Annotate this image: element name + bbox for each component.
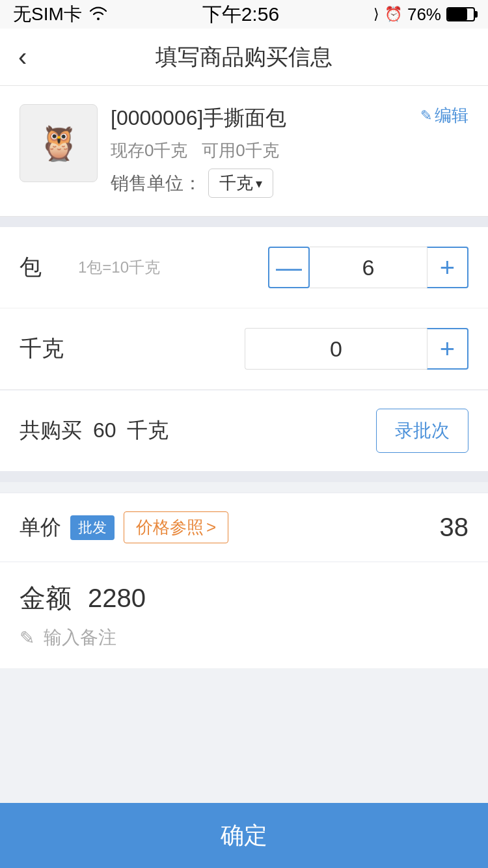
kg-row: 千克 +: [0, 308, 488, 390]
package-row: 包 1包=10千克 — +: [0, 227, 488, 308]
carrier-label: 无SIM卡: [13, 2, 82, 27]
nav-bar: ‹ 填写商品购买信息: [0, 29, 488, 86]
status-bar: 无SIM卡 下午2:56 ⟩ ⏰ 76%: [0, 0, 488, 29]
package-minus-button[interactable]: —: [268, 247, 310, 288]
package-input[interactable]: [310, 247, 427, 288]
package-label: 包: [20, 252, 72, 282]
kg-stepper: +: [245, 328, 468, 370]
total-text: 共购买 60 千克: [20, 416, 169, 445]
back-button[interactable]: ‹: [18, 42, 27, 72]
price-ref-button[interactable]: 价格参照 >: [124, 511, 228, 543]
status-left: 无SIM卡: [13, 2, 108, 27]
record-batch-button[interactable]: 录批次: [376, 409, 468, 453]
product-thumb-icon: 🦉: [38, 124, 80, 163]
product-unit-row: 销售单位： 千克 ▾: [111, 169, 468, 198]
battery-icon: [446, 7, 475, 21]
product-info: [0000006]手撕面包 ✎ 编辑 现存0千克 可用0千克 销售单位： 千克 …: [111, 104, 468, 198]
status-time: 下午2:56: [202, 1, 279, 28]
amount-section: 金额 2280 ✎ 输入备注: [0, 562, 488, 668]
price-tag: 批发: [70, 515, 115, 540]
price-section: 单价 批发 价格参照 > 38: [0, 493, 488, 562]
input-section: 包 1包=10千克 — + 千克 +: [0, 227, 488, 390]
price-label: 单价: [20, 513, 61, 542]
section-divider-2: [0, 472, 488, 482]
chevron-down-icon: ▾: [256, 176, 262, 191]
wifi-icon: [88, 4, 108, 25]
price-ref-arrow: >: [206, 517, 216, 537]
kg-label: 千克: [20, 334, 72, 364]
product-top-row: [0000006]手撕面包 ✎ 编辑: [111, 104, 468, 139]
amount-label: 金额: [20, 584, 72, 612]
amount-value: 2280: [88, 584, 146, 612]
kg-plus-button[interactable]: +: [427, 328, 468, 370]
pencil-icon: ✎: [20, 627, 34, 649]
status-right: ⟩ ⏰ 76%: [373, 5, 475, 25]
confirm-button[interactable]: 确定: [0, 803, 488, 868]
edit-button[interactable]: ✎ 编辑: [420, 104, 468, 127]
product-card: 🦉 [0000006]手撕面包 ✎ 编辑 现存0千克 可用0千克 销售单位： 千…: [0, 86, 488, 217]
remark-placeholder: 输入备注: [44, 625, 116, 650]
product-thumbnail: 🦉: [20, 104, 98, 182]
product-name: [0000006]手撕面包: [111, 104, 286, 133]
alarm-icon: ⏰: [385, 6, 402, 23]
price-row: 单价 批发 价格参照 > 38: [20, 511, 468, 543]
page-title: 填写商品购买信息: [156, 42, 332, 72]
kg-input[interactable]: [245, 328, 427, 370]
package-stepper: — +: [268, 247, 468, 288]
package-hint: 1包=10千克: [78, 257, 268, 278]
battery-percent: 76%: [407, 5, 441, 25]
price-value: 38: [440, 513, 469, 542]
total-row: 共购买 60 千克 录批次: [0, 390, 488, 472]
amount-row: 金额 2280: [0, 562, 488, 619]
remark-row[interactable]: ✎ 输入备注: [0, 619, 488, 668]
product-stock: 现存0千克 可用0千克: [111, 139, 468, 162]
unit-select[interactable]: 千克 ▾: [208, 169, 273, 198]
section-divider-1: [0, 217, 488, 227]
location-icon: ⟩: [373, 6, 379, 23]
package-plus-button[interactable]: +: [427, 247, 468, 288]
